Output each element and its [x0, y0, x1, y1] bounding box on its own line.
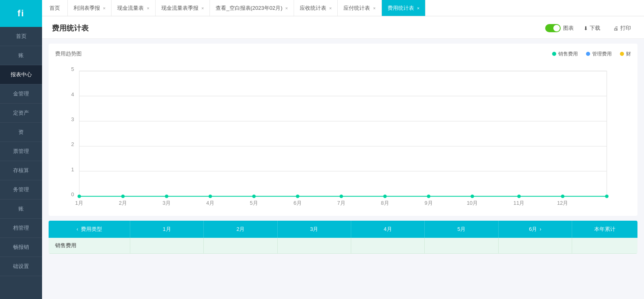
chart-section: 费用趋势图 销售费用 管理费用 财	[49, 44, 637, 216]
sidebar-item-cash[interactable]: 金管理	[0, 84, 42, 104]
sidebar-item-home[interactable]: 首页	[0, 27, 42, 46]
sidebar-item-reports[interactable]: 报表中心	[0, 65, 42, 84]
tab-home-label: 首页	[49, 4, 60, 12]
tab-profit-quarter[interactable]: 利润表季报 ×	[68, 0, 111, 16]
th-type: ‹ 费用类型	[49, 221, 130, 238]
td-m6	[499, 238, 572, 253]
download-label: 下载	[590, 24, 600, 32]
tab-receivable-close[interactable]: ×	[329, 6, 332, 11]
th-type-arrow-left[interactable]: ‹	[77, 226, 78, 232]
th-m1: 1月	[130, 221, 204, 238]
tab-receivable[interactable]: 应收统计表 ×	[294, 0, 338, 16]
th-m4: 4月	[351, 221, 425, 238]
svg-text:12月: 12月	[557, 200, 568, 206]
svg-text:2月: 2月	[119, 200, 127, 206]
legend-finance-dot	[620, 52, 624, 56]
tab-profit-quarter-label: 利润表季报	[74, 4, 100, 12]
tab-cashflow-quarter[interactable]: 现金流量表季报 ×	[156, 0, 210, 16]
svg-text:1月: 1月	[75, 200, 83, 206]
th-m5-label: 5月	[457, 226, 466, 233]
print-icon: 🖨	[613, 25, 619, 31]
td-total	[572, 238, 637, 253]
th-total: 本年累计	[572, 221, 637, 238]
tab-blank-report[interactable]: 查看_空白报表(2023年02月) ×	[210, 0, 294, 16]
svg-text:8月: 8月	[381, 200, 389, 206]
sidebar-item-archive[interactable]: 档管理	[0, 219, 42, 238]
svg-point-20	[383, 195, 386, 198]
th-m3: 3月	[278, 221, 351, 238]
chart-title: 费用趋势图	[55, 50, 82, 58]
sidebar-logo: fi	[0, 0, 42, 27]
sidebar-item-ledger[interactable]: 账	[0, 199, 42, 219]
toggle-thumb	[553, 25, 560, 31]
svg-text:2: 2	[71, 142, 74, 147]
tab-home[interactable]: 首页	[42, 0, 68, 16]
svg-point-15	[165, 195, 168, 198]
svg-text:11月: 11月	[513, 200, 524, 206]
tab-cashflow-quarter-close[interactable]: ×	[201, 6, 204, 11]
svg-point-25	[605, 195, 608, 198]
svg-point-23	[517, 195, 521, 198]
svg-rect-12	[79, 71, 607, 196]
svg-point-24	[561, 195, 564, 198]
svg-point-16	[209, 195, 212, 198]
th-m6: 6月 ›	[499, 221, 572, 238]
tab-expense[interactable]: 费用统计表 ×	[382, 0, 426, 16]
sidebar-item-settings[interactable]: 础设置	[0, 257, 42, 276]
chart-legend: 销售费用 管理费用 财	[552, 51, 631, 58]
td-m2	[204, 238, 277, 253]
td-m3	[278, 238, 351, 253]
page-title: 费用统计表	[52, 23, 89, 33]
sidebar-item-inventory[interactable]: 存核算	[0, 161, 42, 180]
sidebar-item-assets[interactable]: 定资产	[0, 104, 42, 123]
th-m2-label: 2月	[236, 226, 245, 233]
page-header: 费用统计表 图表 ⬇ 下载 🖨 打印	[42, 16, 644, 39]
svg-point-22	[470, 195, 474, 198]
print-button[interactable]: 🖨 打印	[610, 23, 634, 33]
svg-text:5月: 5月	[250, 200, 258, 206]
svg-text:4: 4	[71, 92, 74, 97]
legend-finance: 财	[620, 51, 631, 58]
tab-payable-label: 应付统计表	[343, 4, 370, 12]
tab-cashflow-close[interactable]: ×	[147, 6, 149, 11]
svg-point-18	[296, 195, 299, 198]
svg-text:10月: 10月	[467, 200, 478, 206]
legend-finance-label: 财	[626, 51, 631, 58]
tab-expense-close[interactable]: ×	[417, 6, 419, 11]
td-m5	[425, 238, 498, 253]
download-button[interactable]: ⬇ 下载	[580, 23, 604, 33]
tab-bar: 首页 利润表季报 × 现金流量表 × 现金流量表季报 × 查看_空白报表(202…	[42, 0, 644, 16]
sidebar: fi 首页 账 报表中心 金管理 定资产 资 票管理 存核算 务管理 账 档管理…	[0, 0, 42, 299]
th-m6-arrow-right[interactable]: ›	[539, 226, 541, 232]
svg-text:3: 3	[71, 117, 74, 122]
th-m6-label: 6月	[529, 226, 537, 233]
tab-payable[interactable]: 应付统计表 ×	[338, 0, 381, 16]
table-row: 销售费用	[49, 238, 637, 254]
trend-chart: 0 1 2 3 4 5	[55, 62, 631, 209]
sidebar-item-services[interactable]: 务管理	[0, 180, 42, 199]
svg-point-19	[340, 195, 343, 198]
toggle-track[interactable]	[545, 24, 561, 32]
sidebar-item-account[interactable]: 账	[0, 46, 42, 65]
tab-blank-report-close[interactable]: ×	[285, 6, 288, 11]
th-m2: 2月	[204, 221, 277, 238]
td-m1	[130, 238, 204, 253]
svg-text:9月: 9月	[425, 200, 433, 206]
svg-point-17	[252, 195, 256, 198]
main-area: 首页 利润表季报 × 现金流量表 × 现金流量表季报 × 查看_空白报表(202…	[42, 0, 644, 299]
sidebar-item-expense[interactable]: 畅报销	[0, 238, 42, 257]
sidebar-item-tickets[interactable]: 票管理	[0, 142, 42, 161]
th-type-label: 费用类型	[81, 226, 102, 233]
tab-profit-quarter-close[interactable]: ×	[103, 6, 105, 11]
header-actions: 图表 ⬇ 下载 🖨 打印	[545, 23, 634, 33]
legend-sales: 销售费用	[552, 51, 578, 58]
sidebar-item-capital[interactable]: 资	[0, 123, 42, 142]
td-m4	[351, 238, 425, 253]
th-m4-label: 4月	[384, 226, 392, 233]
svg-text:3月: 3月	[163, 200, 171, 206]
table-section: ‹ 费用类型 1月 2月 3月 4月 5月	[49, 221, 637, 254]
table-header: ‹ 费用类型 1月 2月 3月 4月 5月	[49, 221, 637, 238]
chart-toggle[interactable]: 图表	[545, 24, 574, 32]
tab-cashflow[interactable]: 现金流量表 ×	[111, 0, 155, 16]
tab-payable-close[interactable]: ×	[373, 6, 375, 11]
